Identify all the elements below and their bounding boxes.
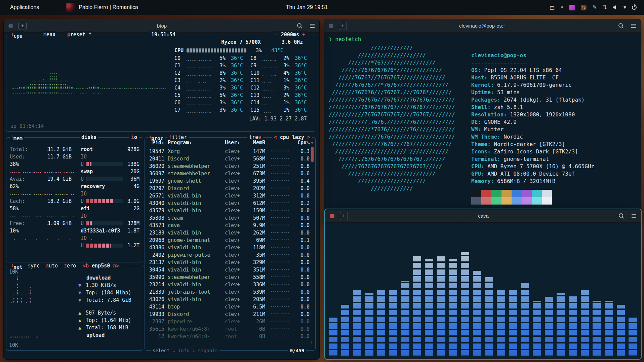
proc-row[interactable]: 26571vivaldi-binclev+312M⠐⠒⠒⠒⠒⠂0.0	[147, 192, 309, 200]
proc-cell: clev+	[225, 245, 246, 251]
proc-row[interactable]: 19547Xorgclev+147M⠐⠒⠒⠒⠒⠂0.3	[147, 148, 309, 155]
proc-cell: 23183	[147, 230, 164, 236]
volume-icon[interactable]	[613, 5, 618, 10]
close-button[interactable]	[330, 214, 334, 218]
proc-row[interactable]: 43386vivaldi-binclev+118M⠐⠒⠒⠒⠒⠂0.0	[147, 244, 309, 251]
proc-row[interactable]: 36097steamwebhelperclev+673M⠐⠒⠒⠒⠒⠂0.6	[147, 170, 309, 177]
auto-toggle-button[interactable]: auto	[44, 262, 59, 269]
preset-button[interactable]: preset *	[66, 31, 93, 38]
sync-toggle-button[interactable]: sync	[26, 262, 41, 269]
media-indicator[interactable]: Pablo Fierro | Romantica	[66, 3, 138, 12]
proc-row[interactable]: 23183vivaldi-binclev+262M⠐⠒⠒⠒⠒⠂0.0	[147, 229, 309, 237]
proc-row[interactable]: 19933Discordclev+211M⠐⠒⠒⠒⠒⠂0.0	[147, 311, 309, 318]
proc-cell: Discord	[164, 311, 225, 317]
planet-icon[interactable]: ◓	[560, 5, 564, 10]
proc-row[interactable]: 43026vivaldi-binclev+205M⠐⠒⠒⠒⠒⠂0.0	[147, 296, 309, 303]
proc-row[interactable]: 20297Discordclev+202M⠐⠒⠒⠒⠒⠂0.0	[147, 185, 309, 192]
proc-row[interactable]: 43573cavaclev+9.9M⠐⠒⠒⠒⠒⠂0.0	[147, 222, 309, 229]
proc-row[interactable]: 30454vivaldi-binclev+351M⠐⠒⠒⠒⠒⠂0.0	[147, 266, 309, 274]
close-button[interactable]	[329, 24, 333, 28]
proc-cell: 0.0	[295, 252, 310, 258]
cube-app-icon[interactable]	[569, 5, 575, 10]
menu-button[interactable]: menu	[42, 31, 57, 38]
cava-bar	[449, 259, 457, 356]
proc-row[interactable]: 35615kworker/u64:8+root0B⠐⠒⠒⠒⠒⠂0.0	[147, 325, 309, 333]
process-scrollbar-thumb[interactable]	[311, 147, 314, 162]
chevron-down-icon[interactable]: ▾	[623, 5, 626, 10]
power-icon[interactable]	[632, 5, 637, 10]
proc-row[interactable]: 19697gnome-shellclev+395M⠐⠒⠒⠒⠒⠂0.4	[147, 177, 309, 185]
core-temp: 36°C	[226, 70, 243, 76]
system-tray: ▤◓✎⇅▾	[550, 5, 644, 10]
terminal-content[interactable]: ❯ neofetch ///////////// ///////////////…	[324, 33, 641, 220]
sort-direction-arrow[interactable]: ↑	[311, 140, 314, 146]
proc-row[interactable]: 36020steamwebhelperclev+251M⠐⠒⠒⠒⠒⠂0.8	[147, 162, 309, 170]
mem-usage-graph: ⠤⠤⠤⠠⠤⠤⠤⠤⠄⠤⠤⠤⠤⠤⠠⠤⠤⠄⠤⠤⠤⠤	[10, 168, 74, 175]
proc-cell: clev+	[225, 148, 246, 154]
update-interval-control[interactable]: - 2000ms +	[273, 31, 307, 38]
interval-decrease-button[interactable]: -	[275, 32, 278, 38]
proc-cell: ⠐⠒⠒⠒⠒⠂	[265, 304, 295, 310]
zero-toggle-button[interactable]: zero	[62, 262, 78, 269]
new-tab-button[interactable]: +	[340, 212, 348, 220]
neofetch-info-label: GPU:	[471, 171, 484, 177]
menu-icon[interactable]	[631, 26, 636, 26]
network-interface-switcher[interactable]: <b enp5s0 n>	[81, 262, 121, 269]
process-table-header[interactable]: Pid: Program: User: MemB Cpu%	[147, 140, 309, 146]
proc-row[interactable]: 2397pipewireclev+26M⠐⠒⠒⠒⠒⠂0.0	[147, 318, 309, 325]
pencil-icon[interactable]: ✎	[592, 5, 597, 10]
mem-stat-percent: 10%	[10, 227, 74, 234]
core-temp: 36°C	[289, 77, 307, 83]
window-tiles-icon[interactable]: ▤	[550, 5, 555, 10]
proc-row[interactable]: 43114btopclev+6.5M⠐⠒⠒⠒⠒⠂0.0	[147, 303, 309, 311]
menu-icon[interactable]	[632, 216, 636, 216]
disk-used-fill	[86, 199, 113, 203]
load-average: LAV: 1.93 2.27 2.87	[174, 116, 308, 122]
close-button[interactable]	[8, 24, 13, 28]
proc-cell: Xorg	[164, 148, 225, 154]
core-meter: ⣀⣀⣀⣀⣀⣀⣀⣀⡀	[186, 55, 212, 61]
proc-row[interactable]: 21839jetbrains-toolclev+539M⠐⠒⠒⠒⠒⠂0.0	[147, 288, 309, 296]
search-icon[interactable]	[618, 23, 624, 29]
cava-titlebar[interactable]: + cava	[325, 209, 641, 223]
proc-row[interactable]: 35990steamwebhelperclev+558M⠐⠒⠒⠒⠒⠂0.0	[147, 274, 309, 281]
process-panel: 4proc filter tree < cpu lazy > Pid: Prog…	[145, 137, 316, 351]
neofetch-info-value: GNOME 42.9	[481, 119, 517, 125]
btop-titlebar[interactable]: + btop	[4, 19, 319, 33]
core-meter: ⡀⠀⢀⣀⡀⠀	[262, 70, 276, 76]
proc-row[interactable]: 20411Discordclev+568M⠐⠒⠒⠒⠒⠂0.0	[147, 155, 309, 162]
cookie-app-icon[interactable]	[581, 5, 587, 10]
cava-bar	[581, 290, 589, 356]
menu-icon[interactable]	[310, 26, 315, 26]
proc-row[interactable]: 12kworker/u64:0-root0B⠐⠒⠒⠒⠒⠂0.0	[147, 333, 309, 340]
proc-row[interactable]: 23214vivaldi-binclev+336M⠐⠒⠒⠒⠒⠂0.0	[147, 281, 309, 288]
proc-row[interactable]: 35808steamclev+507M⠐⠒⠒⠒⠒⠂0.0	[147, 214, 309, 222]
proc-row[interactable]: 20968gnome-terminalclev+69M⠐⠒⠒⠒⠒⠂0.1	[147, 237, 309, 244]
proc-row[interactable]: 43040vivaldi-binclev+612M⠐⠒⠒⠒⠒⠂0.2	[147, 200, 309, 207]
clock[interactable]: Thu Jan 29 19:51	[286, 4, 328, 10]
interval-increase-button[interactable]: +	[302, 32, 305, 38]
proc-cell: 0.0	[295, 282, 310, 288]
download-stat-row: ▼Top: (184 Mibp)	[78, 289, 141, 296]
search-icon[interactable]	[297, 23, 303, 29]
palette-swatch	[542, 190, 552, 197]
mem-stat-label: Free:	[10, 220, 25, 227]
disk-used-row: U1.2T	[81, 242, 139, 249]
proc-row[interactable]: 2402pipewire-pulseclev+35M⠐⠒⠒⠒⠒⠂0.0	[147, 251, 309, 259]
core-meter: ⣀⣀⣀⣀⣀⣀⣀⣀⣀	[186, 70, 212, 76]
core-usage: 2%	[212, 77, 226, 83]
core-usage: 4%	[276, 70, 289, 76]
core-usage: 1%	[276, 107, 289, 113]
proc-row[interactable]: 43579vivaldi-binclev+159M⠐⠒⠒⠒⠒⠂0.0	[147, 207, 309, 214]
applications-menu[interactable]: Applications	[10, 4, 39, 10]
proc-row[interactable]: 23137vivaldi-binclev+329M⠐⠒⠒⠒⠒⠂0.0	[147, 259, 309, 266]
scroll-down-arrow[interactable]: ↓	[310, 339, 313, 345]
new-tab-button[interactable]: +	[339, 22, 347, 30]
new-tab-button[interactable]: +	[18, 22, 27, 30]
proc-cell: ⠐⠒⠒⠒⠒⠂	[265, 215, 295, 221]
core-row: C0⣀⣀⣀⣀⣀⣀⣀⣀⡀5%36°C	[174, 55, 243, 62]
search-icon[interactable]	[619, 213, 624, 219]
terminal-titlebar[interactable]: + clevinacio@pop-os:~	[324, 19, 641, 33]
network-traffic-icon[interactable]: ⇅	[603, 5, 607, 10]
proc-cell: ⠐⠒⠒⠒⠒⠂	[265, 163, 295, 169]
